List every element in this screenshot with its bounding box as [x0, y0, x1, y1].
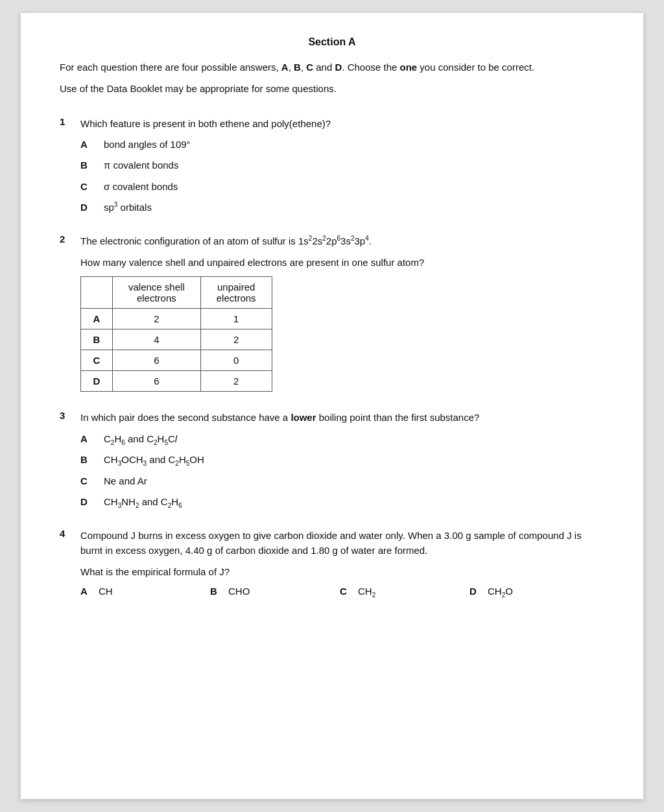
intro-text-1: For each question there are four possibl…: [60, 60, 604, 75]
question-text-3: In which pair does the second substance …: [80, 410, 604, 425]
option-1D: D sp3 orbitals: [80, 200, 604, 215]
table-header-empty: [81, 277, 113, 309]
question-2: 2 The electronic configuration of an ato…: [60, 233, 604, 392]
question-2-sub: How many valence shell and unpaired elec…: [80, 255, 604, 270]
question-4: 4 Compound J burns in excess oxygen to g…: [60, 528, 604, 597]
table-cell-A-valence: 2: [113, 309, 201, 329]
option-1A: A bond angles of 109°: [80, 137, 604, 152]
option-3D: D CH3NH2 and C2H6: [80, 495, 604, 510]
question-text-4: Compound J burns in excess oxygen to giv…: [80, 528, 604, 558]
inline-option-label-4A: A: [80, 586, 99, 597]
option-label-3B: B: [80, 454, 104, 465]
question-number-3: 3: [60, 410, 80, 421]
table-cell-D-unpaired: 2: [200, 371, 272, 392]
question-1-options: A bond angles of 109° B π covalent bonds…: [80, 137, 604, 215]
table-cell-B-valence: 4: [113, 329, 201, 350]
option-text-1D: sp3 orbitals: [104, 200, 604, 215]
option-label-3A: A: [80, 433, 104, 444]
question-number-1: 1: [60, 116, 80, 127]
table-cell-C-unpaired: 0: [200, 350, 272, 371]
inline-option-4B: B CHO: [210, 586, 340, 597]
option-label-3D: D: [80, 496, 104, 507]
table-row-C: C 6 0: [81, 350, 272, 371]
inline-option-4D: D CH2O: [469, 586, 599, 597]
option-3C: C Ne and Ar: [80, 474, 604, 489]
question-4-sub: What is the empirical formula of J?: [80, 564, 604, 579]
table-header-valence: valence shellelectrons: [113, 277, 201, 309]
inline-option-text-4B: CHO: [228, 586, 250, 597]
option-text-3B: CH3OCH3 and C2H5OH: [104, 453, 604, 468]
option-text-1C: σ covalent bonds: [104, 180, 604, 195]
table-header-unpaired: unpairedelectrons: [200, 277, 272, 309]
option-1B: B π covalent bonds: [80, 158, 604, 173]
section-title: Section A: [60, 36, 604, 48]
table-row-label-C: C: [81, 350, 113, 371]
question-3: 3 In which pair does the second substanc…: [60, 410, 604, 509]
table-cell-B-unpaired: 2: [200, 329, 272, 350]
question-2-table: valence shellelectrons unpairedelectrons…: [80, 276, 272, 392]
option-1C: C σ covalent bonds: [80, 180, 604, 195]
option-label-3C: C: [80, 475, 104, 486]
option-label-1A: A: [80, 139, 104, 150]
table-row-A: A 2 1: [81, 309, 272, 329]
option-label-1B: B: [80, 160, 104, 171]
table-row-label-D: D: [81, 371, 113, 392]
table-cell-D-valence: 6: [113, 371, 201, 392]
intro-text-2: Use of the Data Booklet may be appropria…: [60, 81, 604, 96]
option-label-1D: D: [80, 202, 104, 213]
question-4-inline-options: A CH B CHO C CH2 D CH2O: [80, 586, 604, 597]
table-row-D: D 6 2: [81, 371, 272, 392]
question-text-1: Which feature is present in both ethene …: [80, 116, 604, 131]
table-row-label-A: A: [81, 309, 113, 329]
option-label-1C: C: [80, 181, 104, 192]
inline-option-4A: A CH: [80, 586, 210, 597]
inline-option-text-4D: CH2O: [488, 586, 513, 597]
option-3B: B CH3OCH3 and C2H5OH: [80, 453, 604, 468]
inline-option-label-4C: C: [340, 586, 358, 597]
question-text-2: The electronic configuration of an atom …: [80, 233, 604, 248]
option-text-3D: CH3NH2 and C2H6: [104, 495, 604, 510]
inline-option-label-4D: D: [469, 586, 488, 597]
table-cell-C-valence: 6: [113, 350, 201, 371]
question-number-2: 2: [60, 233, 80, 245]
question-1: 1 Which feature is present in both ethen…: [60, 116, 604, 215]
inline-option-text-4C: CH2: [358, 586, 375, 597]
table-row-B: B 4 2: [81, 329, 272, 350]
question-number-4: 4: [60, 528, 80, 539]
option-3A: A C2H6 and C2H5Cl: [80, 432, 604, 447]
option-text-3A: C2H6 and C2H5Cl: [104, 432, 604, 447]
option-text-3C: Ne and Ar: [104, 474, 604, 489]
inline-option-text-4A: CH: [99, 586, 113, 597]
inline-option-4C: C CH2: [340, 586, 469, 597]
table-cell-A-unpaired: 1: [200, 309, 272, 329]
table-row-label-B: B: [81, 329, 113, 350]
inline-option-label-4B: B: [210, 586, 228, 597]
question-3-options: A C2H6 and C2H5Cl B CH3OCH3 and C2H5OH C…: [80, 432, 604, 510]
option-text-1B: π covalent bonds: [104, 158, 604, 173]
exam-page: Section A For each question there are fo…: [21, 13, 643, 799]
option-text-1A: bond angles of 109°: [104, 137, 604, 152]
